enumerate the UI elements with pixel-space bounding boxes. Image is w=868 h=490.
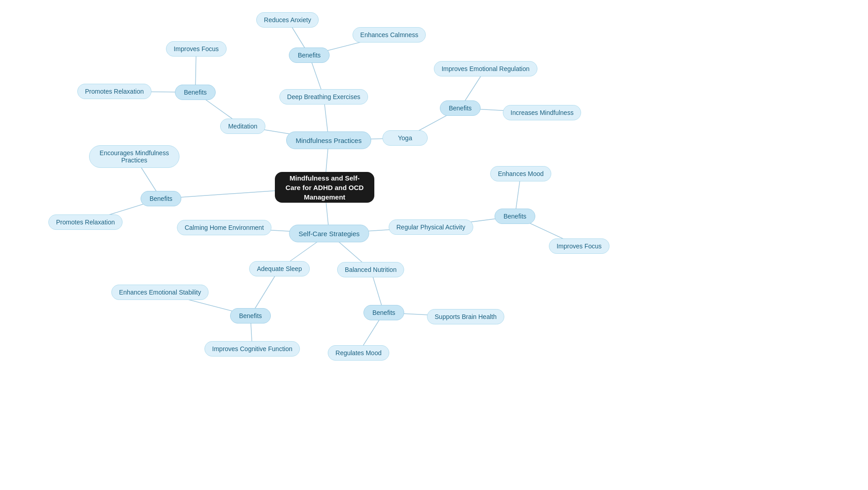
supports-brain-label: Supports Brain Health (435, 313, 497, 320)
promotes-relaxation-meditation-label: Promotes Relaxation (85, 88, 144, 95)
promotes-relaxation-2-node[interactable]: Promotes Relaxation (48, 214, 123, 230)
benefits-sleep-node[interactable]: Benefits (230, 308, 271, 323)
enhances-mood-node[interactable]: Enhances Mood (490, 166, 551, 181)
mindfulness-practices-node[interactable]: Mindfulness Practices (286, 132, 371, 149)
benefits-meditation-node[interactable]: Benefits (175, 85, 216, 100)
enhances-calmness-label: Enhances Calmness (360, 31, 418, 38)
regulates-mood-label: Regulates Mood (335, 349, 382, 357)
balanced-nutrition-label: Balanced Nutrition (345, 266, 396, 273)
self-care-node[interactable]: Self-Care Strategies (289, 225, 369, 243)
improves-emotional-node[interactable]: Improves Emotional Regulation (434, 61, 538, 76)
improves-focus-meditation-label: Improves Focus (174, 45, 219, 52)
benefits-physical-label: Benefits (504, 213, 527, 220)
benefits-nutrition-node[interactable]: Benefits (363, 305, 404, 320)
benefits-physical-node[interactable]: Benefits (495, 209, 535, 224)
benefits-nutrition-label: Benefits (373, 309, 396, 316)
deep-breathing-label: Deep Breathing Exercises (287, 93, 360, 100)
improves-emotional-label: Improves Emotional Regulation (442, 65, 530, 72)
mindfulness-benefit-label: Benefits (150, 195, 173, 202)
improves-focus-physical-label: Improves Focus (557, 243, 602, 250)
promotes-relaxation-meditation-node[interactable]: Promotes Relaxation (77, 84, 151, 99)
benefits-breathing-label: Benefits (298, 52, 321, 59)
enhances-calmness-node[interactable]: Enhances Calmness (353, 27, 426, 43)
calming-home-label: Calming Home Environment (184, 224, 264, 231)
improves-cognitive-label: Improves Cognitive Function (212, 345, 292, 352)
improves-cognitive-node[interactable]: Improves Cognitive Function (204, 341, 300, 357)
promotes-relaxation-2-label: Promotes Relaxation (56, 219, 115, 226)
meditation-node[interactable]: Meditation (220, 119, 265, 134)
benefits-yoga-node[interactable]: Benefits (440, 100, 481, 116)
enhances-mood-label: Enhances Mood (498, 170, 543, 177)
benefits-breathing-node[interactable]: Benefits (289, 48, 330, 63)
balanced-nutrition-node[interactable]: Balanced Nutrition (337, 262, 404, 277)
central-label: Mindfulness and Self-Care for ADHD and O… (282, 173, 367, 202)
reduces-anxiety-label: Reduces Anxiety (264, 16, 311, 24)
regulates-mood-node[interactable]: Regulates Mood (328, 345, 389, 361)
benefits-yoga-label: Benefits (449, 105, 472, 112)
improves-focus-meditation-node[interactable]: Improves Focus (166, 41, 226, 57)
deep-breathing-node[interactable]: Deep Breathing Exercises (279, 89, 368, 105)
adequate-sleep-node[interactable]: Adequate Sleep (249, 261, 310, 276)
benefits-sleep-label: Benefits (239, 312, 262, 319)
increases-mindfulness-label: Increases Mindfulness (510, 109, 573, 116)
enhances-emotional-node[interactable]: Enhances Emotional Stability (111, 285, 208, 300)
supports-brain-node[interactable]: Supports Brain Health (427, 309, 505, 324)
encourages-mindfulness-node[interactable]: Encourages Mindfulness Practices (89, 145, 179, 168)
enhances-emotional-label: Enhances Emotional Stability (119, 289, 201, 296)
calming-home-node[interactable]: Calming Home Environment (177, 220, 271, 235)
mindfulness-practices-label: Mindfulness Practices (296, 137, 362, 144)
adequate-sleep-label: Adequate Sleep (257, 265, 302, 272)
mindfulness-benefit-node[interactable]: Benefits (141, 191, 181, 206)
benefits-meditation-label: Benefits (184, 89, 207, 96)
increases-mindfulness-node[interactable]: Increases Mindfulness (503, 105, 581, 120)
regular-physical-node[interactable]: Regular Physical Activity (389, 219, 473, 235)
yoga-node[interactable]: Yoga (382, 130, 428, 146)
regular-physical-label: Regular Physical Activity (396, 224, 466, 231)
reduces-anxiety-node[interactable]: Reduces Anxiety (256, 12, 319, 28)
encourages-mindfulness-label: Encourages Mindfulness Practices (97, 149, 172, 164)
self-care-label: Self-Care Strategies (298, 230, 359, 238)
central-node[interactable]: Mindfulness and Self-Care for ADHD and O… (275, 172, 374, 203)
meditation-label: Meditation (228, 123, 258, 130)
yoga-label: Yoga (398, 134, 412, 142)
improves-focus-physical-node[interactable]: Improves Focus (549, 238, 609, 254)
